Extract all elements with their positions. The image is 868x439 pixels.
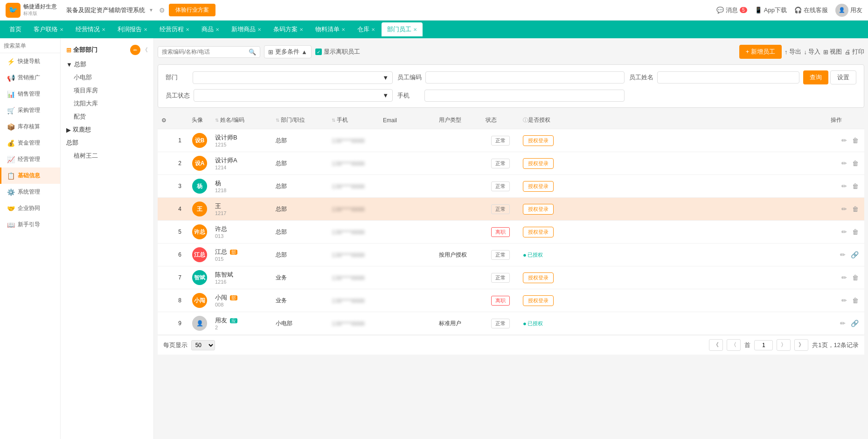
query-button[interactable]: 查询: [803, 70, 828, 84]
dept-edit-button[interactable]: ✏: [130, 45, 140, 55]
row2-auth-button[interactable]: 授权登录: [523, 158, 554, 169]
row8-delete-button[interactable]: 🗑: [850, 296, 861, 305]
tab-barcode[interactable]: 条码方案 ✕: [268, 22, 309, 36]
last-page-button[interactable]: 》: [794, 339, 808, 351]
print-button[interactable]: 🖨 打印: [845, 48, 864, 56]
row4-auth-button[interactable]: 授权登录: [523, 204, 554, 215]
row3-delete-button[interactable]: 🗑: [850, 181, 861, 191]
sidebar-item-guide[interactable]: 📖 新手引导: [0, 216, 60, 233]
all-dept-button[interactable]: ⊞ 全部部门: [66, 46, 128, 54]
row3-edit-button[interactable]: ✏: [840, 181, 849, 191]
message-button[interactable]: 💬 消息 5: [716, 6, 747, 14]
dept-collapse-button[interactable]: 《: [142, 46, 148, 54]
dept-filter-select[interactable]: ▼: [193, 71, 393, 84]
auth-info-icon[interactable]: ⓘ: [523, 117, 528, 123]
trial-button[interactable]: 体验行业方案: [169, 4, 215, 16]
tab-new-goods[interactable]: 新增商品 ✕: [226, 22, 267, 36]
export-button[interactable]: ↑ 导出: [785, 48, 801, 56]
empcode-filter-input[interactable]: [425, 71, 625, 84]
sidebar-item-finance[interactable]: 💰 资金管理: [0, 135, 60, 151]
row1-edit-button[interactable]: ✏: [840, 136, 849, 145]
tab-barcode-close[interactable]: ✕: [299, 27, 303, 32]
prev-page-button[interactable]: 〈: [727, 339, 741, 351]
phone-filter-input[interactable]: [424, 90, 625, 102]
tab-history-close[interactable]: ✕: [186, 27, 189, 32]
setting-button[interactable]: 设置: [830, 70, 856, 84]
tab-customer[interactable]: 客户联络 ✕: [28, 22, 69, 36]
row7-auth-button[interactable]: 授权登录: [523, 272, 554, 283]
per-page-select[interactable]: 50 100 200: [191, 340, 215, 350]
row1-delete-button[interactable]: 🗑: [850, 136, 861, 145]
col-name-header[interactable]: ⇅ 姓名/编码: [211, 111, 272, 129]
tab-bom-close[interactable]: ✕: [341, 27, 345, 32]
sidebar-item-inventory[interactable]: 📦 库存核算: [0, 118, 60, 135]
tab-operation[interactable]: 经营情况 ✕: [70, 22, 111, 36]
row9-link-button[interactable]: 🔗: [849, 319, 861, 328]
user-area[interactable]: 👤 用友: [835, 4, 862, 17]
sidebar-item-system[interactable]: ⚙️ 系统管理: [0, 184, 60, 200]
tab-warehouse[interactable]: 仓库 ✕: [352, 22, 381, 36]
row7-edit-button[interactable]: ✏: [840, 273, 849, 282]
tab-warehouse-close[interactable]: ✕: [371, 27, 375, 32]
row8-edit-button[interactable]: ✏: [840, 296, 849, 305]
sidebar-item-marketing[interactable]: 📢 营销推广: [0, 70, 60, 86]
tab-employees[interactable]: 部门员工 ✕: [382, 22, 423, 36]
row1-auth-button[interactable]: 授权登录: [523, 135, 554, 146]
tab-history[interactable]: 经营历程 ✕: [154, 22, 195, 36]
row6-link-button[interactable]: 🔗: [849, 250, 861, 259]
sidebar-item-basic[interactable]: 📋 基础信息: [0, 167, 60, 184]
row5-delete-button[interactable]: 🗑: [850, 227, 861, 237]
row8-auth-button[interactable]: 授权登录: [523, 295, 554, 306]
dept-item-zhishu[interactable]: 植树王二: [61, 149, 153, 162]
col-settings[interactable]: ⚙: [158, 111, 172, 129]
sidebar-item-enterprise[interactable]: 🤝 企业协同: [0, 200, 60, 216]
dept-item-zongbu2[interactable]: 总部: [61, 136, 153, 149]
dept-item-shuanglu[interactable]: ▶ 双鹿想: [61, 123, 153, 136]
sidebar-item-operation[interactable]: 📈 经营管理: [0, 151, 60, 167]
row6-edit-button[interactable]: ✏: [838, 250, 847, 259]
online-service-button[interactable]: 🎧 在线客服: [794, 6, 828, 14]
search-input[interactable]: [162, 49, 247, 55]
tab-profit-close[interactable]: ✕: [144, 27, 147, 32]
dept-item-shenyang[interactable]: 沈阳大库: [61, 97, 153, 110]
app-download-button[interactable]: 📱 App下载: [755, 6, 787, 14]
row2-delete-button[interactable]: 🗑: [850, 159, 861, 168]
row4-edit-button[interactable]: ✏: [840, 204, 849, 214]
tab-goods-close[interactable]: ✕: [215, 27, 219, 32]
dept-item-project[interactable]: 项目库房: [61, 84, 153, 97]
col-dept-header[interactable]: ⇅ 部门/职位: [272, 111, 328, 129]
sidebar-item-sales[interactable]: 📊 销售管理: [0, 86, 60, 102]
col-phone-header[interactable]: ⇅ 手机: [328, 111, 379, 129]
dept-item-peihuo[interactable]: 配货: [61, 110, 153, 123]
tab-employees-close[interactable]: ✕: [413, 27, 417, 32]
row9-edit-button[interactable]: ✏: [838, 319, 847, 328]
tab-new-goods-close[interactable]: ✕: [257, 27, 261, 32]
page-number-input[interactable]: [754, 340, 773, 350]
add-employee-button[interactable]: + 新增员工: [739, 45, 782, 59]
row5-edit-button[interactable]: ✏: [840, 227, 849, 237]
tab-goods[interactable]: 商品 ✕: [196, 22, 225, 36]
sidebar-item-quick-nav[interactable]: ⚡ 快捷导航: [0, 53, 60, 70]
next-page-button[interactable]: 〉: [777, 339, 791, 351]
sidebar-item-purchase[interactable]: 🛒 采购管理: [0, 102, 60, 118]
first-page-button[interactable]: 《: [709, 339, 723, 351]
settings-icon[interactable]: ⚙: [159, 7, 165, 14]
show-resigned-toggle[interactable]: ✓ 显示离职员工: [315, 48, 360, 56]
dept-item-zongbu-parent[interactable]: ▼ 总部: [61, 58, 153, 71]
sidebar-search-input[interactable]: [4, 42, 61, 49]
row4-delete-button[interactable]: 🗑: [850, 204, 861, 214]
system-dropdown-icon[interactable]: ▼: [149, 7, 153, 13]
row2-edit-button[interactable]: ✏: [840, 159, 849, 168]
view-button[interactable]: ⊞ 视图: [823, 48, 842, 56]
empname-filter-input[interactable]: [657, 71, 799, 84]
tab-customer-close[interactable]: ✕: [60, 27, 63, 32]
more-filter-button[interactable]: ⊞ 更多条件 ▲: [264, 45, 312, 58]
import-button[interactable]: ↓ 导入: [804, 48, 821, 56]
tab-operation-close[interactable]: ✕: [102, 27, 105, 32]
tab-home[interactable]: 首页: [4, 22, 27, 36]
status-filter-select[interactable]: ▼: [194, 89, 393, 102]
tab-bom[interactable]: 物料清单 ✕: [310, 22, 351, 36]
row3-auth-button[interactable]: 授权登录: [523, 181, 554, 192]
dept-item-xiaodian[interactable]: 小电部: [61, 71, 153, 84]
row5-auth-button[interactable]: 授权登录: [523, 227, 554, 237]
